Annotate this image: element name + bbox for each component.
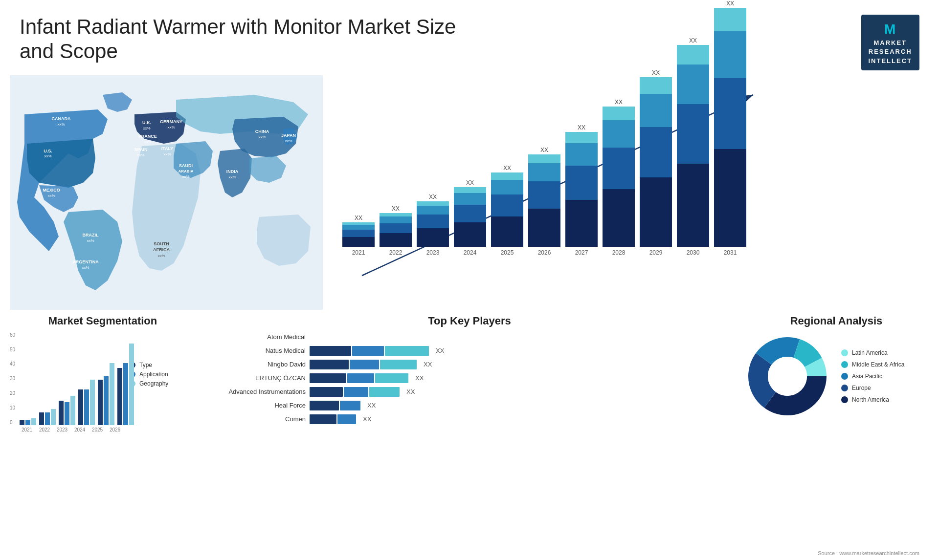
seg-x-axis: 2021 2022 2023 2024 2025 2026 bbox=[20, 427, 122, 432]
bar-2021: XX 2021 bbox=[342, 215, 375, 256]
bar-2029: XX 2029 bbox=[640, 69, 672, 256]
seg-legend: Type Application Geography bbox=[130, 362, 168, 387]
legend-dot-latam bbox=[841, 349, 848, 356]
bar-label-2025: 2025 bbox=[501, 249, 514, 256]
map-label-germany-pct: xx% bbox=[167, 125, 175, 129]
map-label-south-africa2: AFRICA bbox=[153, 247, 170, 252]
map-label-japan-pct: xx% bbox=[285, 139, 292, 143]
map-label-argentina-pct: xx% bbox=[82, 265, 89, 270]
header: Infant Radiant Warmer with Monitor Marke… bbox=[0, 0, 939, 75]
bar-seg1-2025 bbox=[491, 216, 523, 247]
seg-x-2025: 2025 bbox=[90, 427, 105, 432]
legend-latin-america: Latin America bbox=[841, 349, 904, 356]
ertunc-bar1 bbox=[310, 373, 346, 383]
seg-x-2026: 2026 bbox=[108, 427, 122, 432]
bar-label-2029: 2029 bbox=[649, 249, 663, 256]
bar-chart-wrapper: XX 2021 XX bbox=[337, 80, 919, 295]
bar-value-2021: XX bbox=[355, 215, 362, 221]
natus-bar1 bbox=[310, 346, 351, 356]
bar-seg3-2030 bbox=[677, 65, 709, 104]
map-label-france-pct: xx% bbox=[144, 140, 151, 144]
map-label-japan: JAPAN bbox=[281, 133, 296, 138]
bar-seg1-2028 bbox=[603, 189, 635, 247]
y-60: 60 bbox=[10, 332, 15, 338]
map-label-south-africa-pct: xx% bbox=[157, 254, 165, 258]
bar-seg4-2028 bbox=[603, 107, 635, 120]
logo-area: M MARKET RESEARCH INTELLECT bbox=[861, 15, 920, 70]
bar-seg2-2023 bbox=[417, 215, 449, 228]
bar-value-2030: XX bbox=[689, 37, 697, 44]
seg-y-axis: 60 50 40 30 20 10 0 bbox=[10, 332, 15, 425]
bar-2031: XX 2031 bbox=[714, 0, 746, 256]
bar-seg1-2029 bbox=[640, 177, 672, 247]
legend-dot-mea bbox=[841, 361, 848, 368]
bar-seg2-2030 bbox=[677, 104, 709, 164]
map-label-spain-pct: xx% bbox=[137, 153, 144, 157]
bar-label-2022: 2022 bbox=[389, 249, 402, 256]
healforce-xx: XX bbox=[367, 402, 376, 409]
map-label-mexico-pct: xx% bbox=[47, 194, 55, 198]
player-bars-natus bbox=[310, 346, 429, 356]
bar-seg4-2024 bbox=[454, 187, 486, 193]
map-label-brazil: BRAZIL bbox=[83, 233, 99, 237]
bar-value-2029: XX bbox=[652, 69, 660, 76]
y-10: 10 bbox=[10, 405, 15, 410]
seg-app-2025 bbox=[104, 376, 109, 425]
seg-x-2023: 2023 bbox=[55, 427, 69, 432]
map-label-china: CHINA bbox=[255, 129, 269, 134]
seg-geo-2022 bbox=[51, 409, 56, 425]
logo-line2: RESEARCH bbox=[869, 47, 913, 56]
map-label-china-pct: xx% bbox=[258, 135, 266, 139]
bar-seg4-2030 bbox=[677, 45, 709, 65]
seg-x-2021: 2021 bbox=[20, 427, 34, 432]
legend-label-mea: Middle East & Africa bbox=[852, 361, 904, 368]
bar-seg3-2022 bbox=[380, 216, 412, 223]
legend-europe: Europe bbox=[841, 385, 904, 391]
bar-seg2-2025 bbox=[491, 194, 523, 216]
bar-seg1-2027 bbox=[565, 200, 598, 247]
map-label-canada-pct: xx% bbox=[57, 122, 65, 127]
comen-xx: XX bbox=[363, 415, 371, 423]
player-name-advanced: Advanced Instrumentations bbox=[210, 388, 306, 395]
seg-type-2024 bbox=[78, 389, 83, 425]
bar-seg2-2031 bbox=[714, 78, 746, 149]
seg-group-2025 bbox=[98, 363, 114, 425]
legend-north-america: North America bbox=[841, 396, 904, 403]
bar-stack-2024 bbox=[454, 187, 486, 247]
player-name-comen: Comen bbox=[210, 415, 306, 423]
logo-m: M bbox=[869, 20, 913, 39]
bar-2022: XX 2022 bbox=[380, 205, 412, 256]
bar-label-2028: 2028 bbox=[612, 249, 626, 256]
seg-type-2023 bbox=[59, 401, 64, 425]
bar-value-2026: XX bbox=[540, 147, 548, 153]
seg-x-2022: 2022 bbox=[37, 427, 52, 432]
seg-app-2022 bbox=[45, 412, 50, 425]
bar-stack-2026 bbox=[528, 154, 560, 247]
ningbo-bar2 bbox=[350, 360, 379, 369]
y-20: 20 bbox=[10, 390, 15, 396]
bar-seg1-2031 bbox=[714, 149, 746, 247]
seg-legend-geo-label: Geography bbox=[139, 380, 168, 387]
bar-seg1-2024 bbox=[454, 222, 486, 247]
map-section: CANADA xx% U.S. xx% MEXICO xx% BRAZIL xx… bbox=[10, 75, 323, 310]
bar-2024: XX 2024 bbox=[454, 179, 486, 256]
bar-seg3-2021 bbox=[342, 225, 375, 230]
seg-group-2026 bbox=[117, 344, 134, 425]
bar-seg1-2023 bbox=[417, 228, 449, 247]
player-row-atom: Atom Medical bbox=[210, 332, 729, 342]
bottom-area: Market Segmentation 60 50 40 30 20 10 0 bbox=[0, 310, 939, 466]
legend-asia: Asia Pacific bbox=[841, 373, 904, 380]
seg-type-2025 bbox=[98, 380, 103, 425]
ertunc-bar3 bbox=[375, 373, 408, 383]
ertunc-xx: XX bbox=[415, 374, 424, 382]
advanced-bar3 bbox=[369, 387, 400, 397]
bar-seg2-2026 bbox=[528, 181, 560, 209]
map-label-us-pct: xx% bbox=[44, 154, 51, 158]
bar-seg3-2029 bbox=[640, 94, 672, 127]
player-row-ertunc: ERTUNÇ ÖZCAN XX bbox=[210, 373, 729, 383]
bar-2028: XX 2028 bbox=[603, 99, 635, 256]
seg-geo-2026 bbox=[129, 344, 134, 425]
page-title: Infant Radiant Warmer with Monitor Marke… bbox=[20, 15, 460, 64]
map-label-uk-pct: xx% bbox=[143, 126, 150, 130]
bar-stack-2028 bbox=[603, 107, 635, 247]
